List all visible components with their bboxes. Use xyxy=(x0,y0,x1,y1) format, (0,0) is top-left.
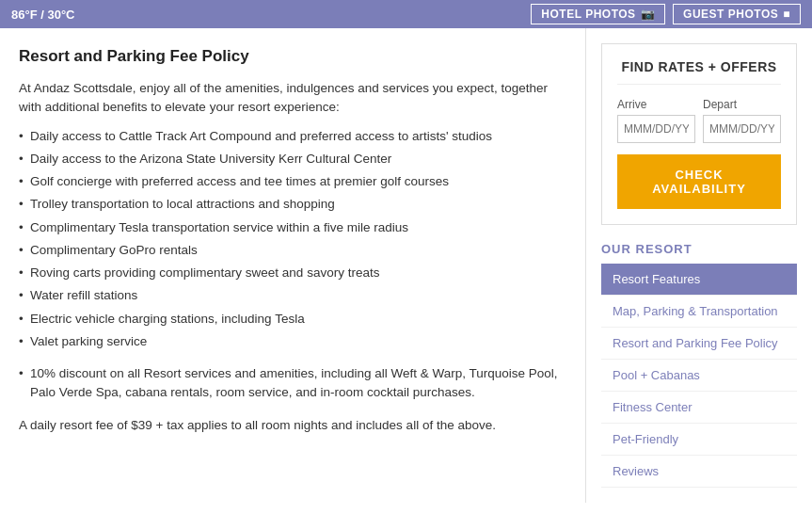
list-item: Electric vehicle charging stations, incl… xyxy=(19,310,566,329)
discount-item: 10% discount on all Resort services and … xyxy=(19,364,566,403)
nav-resort-features[interactable]: Resort Features xyxy=(601,264,797,296)
our-resort-section: OUR RESORT Resort Features Map, Parking … xyxy=(601,242,797,488)
nav-pool-cabanas[interactable]: Pool + Cabanas xyxy=(601,360,797,392)
check-availability-button[interactable]: CHECK AVAILABILITY xyxy=(617,154,781,209)
instagram-icon: ■ xyxy=(783,8,790,21)
list-item: Golf concierge with preferred access and… xyxy=(19,172,566,191)
list-item: Daily access to the Arizona State Univer… xyxy=(19,150,566,169)
arrive-label: Arrive xyxy=(617,98,695,111)
nav-fitness-center[interactable]: Fitness Center xyxy=(601,392,797,424)
list-item: Complimentary Tesla transportation servi… xyxy=(19,218,566,237)
list-item: Roving carts providing complimentary swe… xyxy=(19,264,566,282)
amenities-list: Daily access to Cattle Track Art Compoun… xyxy=(19,127,566,352)
temperature-display: 86°F / 30°C xyxy=(11,8,74,22)
guest-photos-label: GUEST PHOTOS xyxy=(683,8,778,21)
resort-fee-note: A daily resort fee of $39 + tax applies … xyxy=(19,416,566,435)
nav-map-parking[interactable]: Map, Parking & Transportation xyxy=(601,296,797,328)
hotel-photos-label: HOTEL PHOTOS xyxy=(541,8,635,21)
list-item: Water refill stations xyxy=(19,286,566,305)
nav-resort-parking-fee[interactable]: Resort and Parking Fee Policy xyxy=(601,328,797,360)
list-item: Valet parking service xyxy=(19,332,566,351)
left-panel: Resort and Parking Fee Policy At Andaz S… xyxy=(0,28,586,503)
right-panel: FIND RATES + OFFERS Arrive Depart CHECK … xyxy=(586,28,812,503)
policy-title: Resort and Parking Fee Policy xyxy=(19,47,566,66)
arrive-field: Arrive xyxy=(617,98,695,143)
camera-icon: 📷 xyxy=(641,8,656,21)
policy-intro: At Andaz Scottsdale, enjoy all of the am… xyxy=(19,79,566,118)
list-item: Daily access to Cattle Track Art Compoun… xyxy=(19,127,566,146)
find-rates-title: FIND RATES + OFFERS xyxy=(617,59,781,85)
list-item: Trolley transportation to local attracti… xyxy=(19,195,566,214)
arrive-input[interactable] xyxy=(617,115,695,143)
our-resort-title: OUR RESORT xyxy=(601,242,797,256)
depart-label: Depart xyxy=(703,98,781,111)
depart-input[interactable] xyxy=(703,115,781,143)
hotel-photos-button[interactable]: HOTEL PHOTOS 📷 xyxy=(531,4,665,24)
top-bar: 86°F / 30°C HOTEL PHOTOS 📷 GUEST PHOTOS … xyxy=(0,0,812,28)
nav-reviews[interactable]: Reviews xyxy=(601,456,797,488)
find-rates-box: FIND RATES + OFFERS Arrive Depart CHECK … xyxy=(601,43,797,225)
guest-photos-button[interactable]: GUEST PHOTOS ■ xyxy=(673,4,801,24)
date-row: Arrive Depart xyxy=(617,98,781,143)
depart-field: Depart xyxy=(703,98,781,143)
list-item: Complimentary GoPro rentals xyxy=(19,241,566,260)
nav-pet-friendly[interactable]: Pet-Friendly xyxy=(601,424,797,456)
